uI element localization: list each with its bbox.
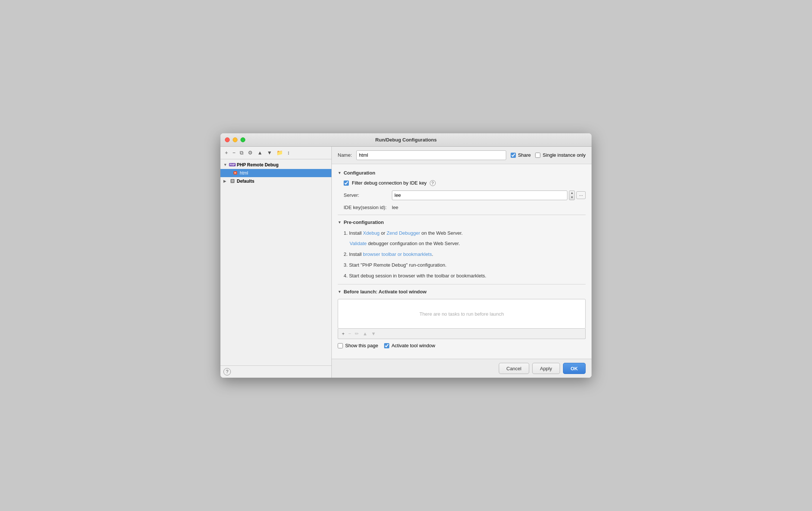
xdebug-link[interactable]: Xdebug [363, 230, 380, 236]
filter-debug-row: Filter debug connection by IDE key ? [338, 180, 586, 186]
config-collapse-arrow[interactable]: ▼ [338, 171, 341, 175]
preconfiguration-label: Pre-configuration [344, 219, 384, 225]
window-title: Run/Debug Configurations [375, 137, 436, 143]
tree-group-defaults[interactable]: ▶ ⚙ Defaults [220, 177, 331, 185]
config-tree: ▼ PHP PHP Remote Debug H html ▶ [220, 159, 331, 366]
tasks-edit-button[interactable]: ✏ [353, 330, 360, 337]
before-launch-section: ▼ Before launch: Activate tool window Th… [338, 289, 586, 348]
validate-link[interactable]: Validate [350, 241, 367, 246]
ok-button[interactable]: OK [563, 363, 586, 374]
server-label: Server: [344, 192, 392, 198]
before-launch-header: ▼ Before launch: Activate tool window [338, 289, 586, 294]
copy-config-button[interactable]: ⧉ [238, 149, 245, 157]
move-up-button[interactable]: ▲ [256, 149, 264, 156]
move-down-button[interactable]: ▼ [265, 149, 274, 156]
maximize-button[interactable] [240, 137, 245, 142]
browser-toolbar-link[interactable]: browser toolbar or bookmarklets [363, 251, 432, 257]
share-label: Share [518, 152, 531, 158]
section-divider-1 [338, 215, 586, 215]
pre-item-2: 2. Install browser toolbar or bookmarkle… [344, 251, 586, 258]
single-instance-label: Single instance only [543, 152, 586, 158]
show-this-page-checkbox[interactable] [338, 343, 343, 348]
expand-arrow-defaults: ▶ [223, 179, 228, 183]
folder-button[interactable]: 📁 [275, 149, 284, 156]
php-remote-debug-label: PHP Remote Debug [237, 162, 278, 167]
pre-item-1: 1. Install Xdebug or Zend Debugger on th… [344, 230, 586, 237]
titlebar: Run/Debug Configurations [220, 133, 592, 147]
dialog-footer: Cancel Apply OK [332, 359, 592, 378]
remove-config-button[interactable]: − [231, 149, 237, 156]
ide-key-value: lee [392, 205, 398, 210]
tasks-move-up-button[interactable]: ▲ [361, 330, 369, 337]
single-instance-checkbox[interactable] [535, 153, 540, 158]
name-label: Name: [338, 152, 352, 158]
content-header: Name: Share Single instance only [332, 147, 592, 164]
apply-button[interactable]: Apply [532, 363, 560, 374]
help-button[interactable]: ? [223, 368, 231, 375]
configuration-section-header: ▼ Configuration [338, 170, 586, 176]
name-input[interactable] [356, 150, 506, 160]
window-controls [225, 137, 245, 142]
add-config-button[interactable]: + [223, 149, 229, 156]
html-item-label: html [240, 170, 248, 176]
run-debug-configurations-dialog: Run/Debug Configurations + − ⧉ ⚙ ▲ ▼ 📁 ↕… [220, 133, 592, 378]
show-this-page-label: Show this page [345, 343, 378, 348]
activate-tool-window-label: Activate tool window [392, 343, 435, 348]
preconfiguration-section: ▼ Pre-configuration 1. Install Xdebug or… [338, 219, 586, 280]
minimize-button[interactable] [233, 137, 238, 142]
show-page-row: Show this page Activate tool window [338, 343, 586, 348]
tasks-move-down-button[interactable]: ▼ [370, 330, 377, 337]
sidebar: + − ⧉ ⚙ ▲ ▼ 📁 ↕ ▼ PHP PHP Remote Debug [220, 147, 332, 378]
single-instance-area: Single instance only [535, 152, 586, 158]
pre-item-3: 3. Start "PHP Remote Debug" run-configur… [344, 261, 586, 269]
spinner-down[interactable]: ▼ [569, 195, 574, 200]
pre-item-4: 4. Start debug session in browser with t… [344, 272, 586, 280]
before-launch-arrow[interactable]: ▼ [338, 290, 341, 294]
cancel-button[interactable]: Cancel [499, 363, 529, 374]
ide-key-label: IDE key(session id): [344, 205, 392, 210]
share-checkbox[interactable] [511, 153, 516, 158]
configuration-section: ▼ Configuration Filter debug connection … [338, 170, 586, 210]
no-tasks-text: There are no tasks to run before launch [419, 311, 504, 317]
sidebar-toolbar: + − ⧉ ⚙ ▲ ▼ 📁 ↕ [220, 147, 331, 159]
server-input[interactable] [392, 191, 567, 200]
activate-tool-window-checkbox[interactable] [384, 343, 389, 348]
html-icon: H [232, 170, 238, 176]
content-scroll: ▼ Configuration Filter debug connection … [332, 164, 592, 359]
filter-debug-label: Filter debug connection by IDE key [352, 180, 427, 186]
pre-collapse-arrow[interactable]: ▼ [338, 220, 341, 224]
filter-debug-checkbox[interactable] [344, 180, 349, 186]
ide-key-row: IDE key(session id): lee [338, 205, 586, 210]
server-spinner[interactable]: ▲ ▼ [569, 191, 575, 200]
defaults-label: Defaults [237, 179, 254, 184]
php-icon: PHP [229, 162, 235, 168]
server-input-wrap: ▲ ▼ ··· [392, 191, 586, 200]
configuration-label: Configuration [344, 170, 375, 176]
expand-arrow-php-remote-debug: ▼ [223, 163, 228, 167]
tree-group-php-remote-debug[interactable]: ▼ PHP PHP Remote Debug [220, 161, 331, 169]
sort-button[interactable]: ↕ [286, 149, 291, 156]
pre-item-validate: Validate debugger configuration on the W… [344, 240, 586, 248]
spinner-up[interactable]: ▲ [569, 191, 574, 195]
preconfiguration-header: ▼ Pre-configuration [338, 219, 586, 225]
tasks-add-button[interactable]: + [340, 330, 346, 337]
settings-config-button[interactable]: ⚙ [246, 149, 254, 156]
close-button[interactable] [225, 137, 230, 142]
server-row: Server: ▲ ▼ ··· [338, 191, 586, 200]
server-ellipsis-button[interactable]: ··· [576, 191, 586, 199]
content-panel: Name: Share Single instance only ▼ Co [332, 147, 592, 378]
before-launch-label: Before launch: Activate tool window [344, 289, 426, 294]
section-divider-2 [338, 284, 586, 284]
sidebar-bottom: ? [220, 365, 331, 378]
activate-tool-window-check: Activate tool window [384, 343, 435, 348]
filter-help-icon[interactable]: ? [430, 180, 436, 186]
tasks-toolbar: + − ✏ ▲ ▼ [338, 329, 586, 339]
defaults-icon: ⚙ [229, 178, 235, 184]
tasks-box: There are no tasks to run before launch [338, 299, 586, 329]
pre-content: 1. Install Xdebug or Zend Debugger on th… [338, 230, 586, 280]
main-body: + − ⧉ ⚙ ▲ ▼ 📁 ↕ ▼ PHP PHP Remote Debug [220, 147, 592, 378]
tree-item-html[interactable]: H html [220, 169, 331, 177]
show-this-page-check: Show this page [338, 343, 378, 348]
zend-debugger-link[interactable]: Zend Debugger [387, 230, 420, 236]
tasks-remove-button[interactable]: − [347, 330, 353, 337]
